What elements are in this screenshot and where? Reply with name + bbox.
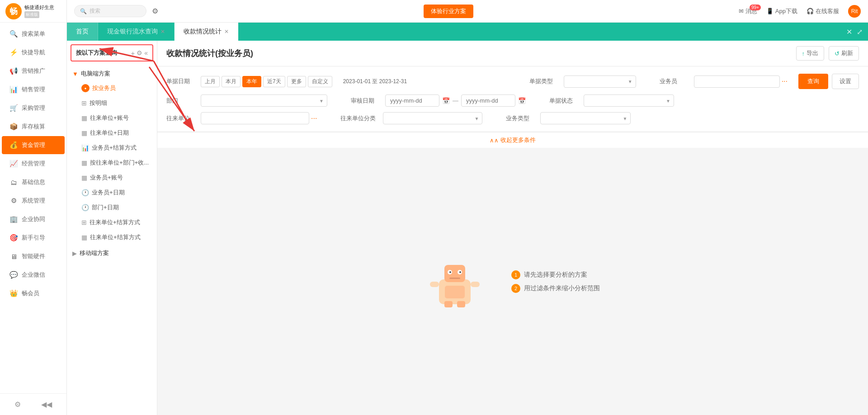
panel-collapse-btn[interactable]: « [144,49,148,57]
sidebar-item-finance-label: 资金管理 [22,141,45,149]
date-btn-custom[interactable]: 自定义 [308,76,332,87]
tip-text-2: 用过滤条件来缩小分析范围 [524,284,600,292]
tree-item-counterpart-account[interactable]: ▦ 往来单位+账号 [69,111,155,125]
counterpart-input[interactable] [201,112,309,124]
calendar-icon-1[interactable]: 📅 [442,97,450,104]
right-panel: 收款情况统计(按业务员) ↑ 导出 ↺ 刷新 单据日期 [157,41,868,415]
tree-category-mobile[interactable]: ▶ 移动端方案 [67,246,157,260]
doc-type-select[interactable] [564,75,636,88]
tree-item-counterpart-settlement1-label: 往来单位+结算方式 [90,218,140,226]
export-label: 导出 [807,49,818,57]
sidebar-item-operation[interactable]: 📈 经营管理 [2,155,65,173]
inventory-icon: 📦 [9,122,18,131]
svg-point-4 [449,271,451,273]
doc-type-label: 单据类型 [529,77,557,85]
sidebar-item-inventory-label: 库存核算 [22,123,45,131]
tree-item-counterpart-settlement1[interactable]: ⊞ 往来单位+结算方式 [69,215,155,230]
counterpart-class-select-wrapper [383,112,482,124]
sidebar-item-system[interactable]: ⚙ 系统管理 [2,192,65,210]
tree-item-counterpart-date[interactable]: ▦ 往来单位+日期 [69,126,155,140]
review-date-end[interactable] [461,94,515,107]
sidebar-item-hardware-label: 智能硬件 [22,252,45,260]
date-btn-lastmonth[interactable]: 上月 [201,76,220,87]
tree-category-desktop[interactable]: ▼ 电脑端方案 [67,67,157,80]
search-icon: 🔍 [9,29,18,38]
sales-icon: 📊 [9,85,18,94]
tree-item-counterpart-dept[interactable]: ▦ 按往来单位+部门+收... [69,156,155,170]
tree-item-detail[interactable]: ⊞ 按明细 [69,96,155,110]
headset-icon: 🎧 [807,8,814,14]
messages-btn[interactable]: ✉ 消息 99+ [739,7,757,15]
sidebar-item-purchase-label: 采购管理 [22,104,45,112]
tab-home[interactable]: 首页 [67,23,98,41]
sidebar-item-member-label: 畅会员 [22,289,39,297]
phone-icon: 📱 [766,8,774,14]
salesperson-input[interactable] [694,75,780,88]
sidebar-item-guide[interactable]: 🎯 新手引导 [2,229,65,247]
sidebar-item-wechat[interactable]: 💬 企业微信 [2,266,65,284]
action-btns: 查询 设置 [798,74,859,89]
export-icon: ↑ [802,50,805,57]
topbar-settings-icon[interactable]: ⚙ [152,7,158,15]
panel-add-btn[interactable]: + [131,49,135,57]
sidebar-item-basic[interactable]: 🗂 基础信息 [2,173,65,191]
tab-bank-close[interactable]: ✕ [160,28,165,35]
salesperson-account-icon: ▦ [81,174,87,181]
sidebar-settings-btn[interactable]: ⚙ [13,398,23,410]
review-date-group: 📅 — 📅 [385,94,526,107]
sidebar-item-inventory[interactable]: 📦 库存核算 [2,118,65,136]
date-btn-more[interactable]: 更多 [287,76,306,87]
panel-settings-btn[interactable]: ⚙ [137,49,142,57]
counterpart-more-icon[interactable]: ··· [311,114,317,123]
biz-type-select[interactable] [540,112,631,124]
topbar-search[interactable]: 🔍 搜索 [74,5,146,17]
biz-type-select-wrapper [540,112,631,124]
date-btn-thismonth[interactable]: 本月 [222,76,241,87]
user-avatar[interactable]: Rit [848,5,861,18]
date-separator: — [453,97,458,104]
tree-item-counterpart-settlement2[interactable]: ▦ 往来单位+结算方式 [69,230,155,245]
trial-btn[interactable]: 体验行业方案 [424,5,473,18]
sidebar-toggle-btn[interactable]: ◀◀ [39,398,54,410]
collapse-bar[interactable]: ∧∧ 收起更多条件 [157,132,868,148]
sidebar-item-corp[interactable]: 🏢 企业协同 [2,210,65,228]
query-btn[interactable]: 查询 [798,74,828,89]
sidebar-item-purchase[interactable]: 🛒 采购管理 [2,99,65,117]
tree-category-mobile-label: 移动端方案 [80,249,109,257]
tree-item-salesperson-date[interactable]: 🕐 业务员+日期 [69,185,155,200]
review-date-start[interactable] [385,94,439,107]
sidebar-item-search[interactable]: 🔍 搜索菜单 [2,25,65,43]
tree-item-dept-date[interactable]: 🕐 部门+日期 [69,200,155,215]
tab-collection-close[interactable]: ✕ [224,28,229,35]
sidebar-item-marketing[interactable]: 📢 营销推广 [2,62,65,80]
tree-item-salesperson-label: 按业务员 [92,84,116,92]
wechat-icon: 💬 [9,270,18,279]
sidebar-item-hardware[interactable]: 🖥 智能硬件 [2,247,65,265]
sidebar-item-sales[interactable]: 📊 销售管理 [2,80,65,99]
doc-status-select[interactable] [584,94,674,107]
app-download-btn[interactable]: 📱 App下载 [766,7,797,15]
online-service-btn[interactable]: 🎧 在线客服 [807,7,839,15]
salesperson-more-icon[interactable]: ··· [782,77,788,85]
calendar-icon-2[interactable]: 📅 [518,97,526,104]
tree-item-salesperson-account[interactable]: ▦ 业务员+账号 [69,170,155,185]
guide-icon: 🎯 [9,233,18,242]
tree-item-salesperson[interactable]: ● 按业务员 [69,81,155,95]
tab-home-label: 首页 [76,28,89,36]
sidebar-item-member[interactable]: 👑 畅会员 [2,284,65,302]
export-btn[interactable]: ↑ 导出 [796,46,825,61]
date-btn-7days[interactable]: 近7天 [263,76,285,87]
tab-maximize-btn[interactable]: ⤢ [857,28,863,36]
counterpart-class-select[interactable] [383,112,482,124]
tab-collection[interactable]: 收款情况统计 ✕ [175,23,238,41]
settings-btn[interactable]: 设置 [832,74,859,89]
operation-icon: 📈 [9,159,18,168]
tab-bank[interactable]: 现金银行流水查询 ✕ [98,23,175,41]
refresh-btn[interactable]: ↺ 刷新 [829,46,859,61]
date-btn-thisyear[interactable]: 本年 [242,76,261,87]
sidebar-item-finance[interactable]: 💰 资金管理 [2,136,65,154]
dept-select[interactable] [201,94,327,107]
sidebar-item-quicknav[interactable]: ⚡ 快捷导航 [2,43,65,61]
tab-close-btn[interactable]: ✕ [846,28,852,36]
tree-item-salesperson-settlement[interactable]: 📊 业务员+结算方式 [69,141,155,155]
